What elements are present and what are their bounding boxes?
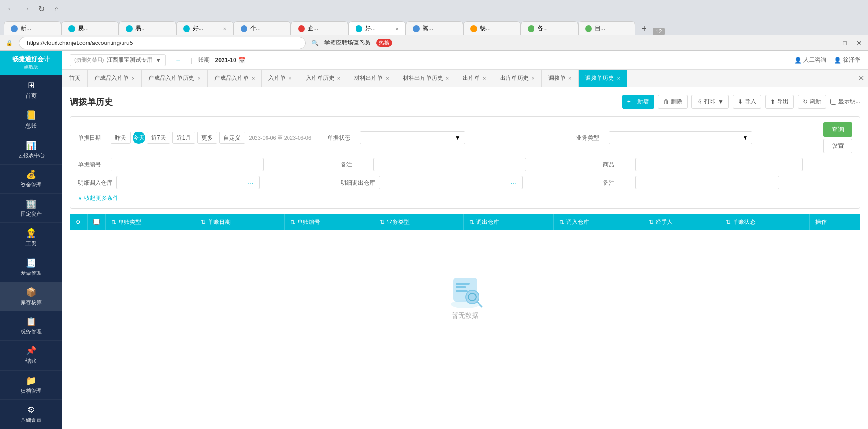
refresh-button[interactable]: ↻ 刷新: [798, 95, 826, 109]
forward-button[interactable]: →: [19, 2, 33, 15]
page-tab-product-in2[interactable]: 产成品入库单 ×: [208, 70, 262, 87]
browser-tab-10[interactable]: 各...: [521, 21, 578, 35]
delete-button[interactable]: 🗑 删除: [658, 95, 688, 109]
new-button[interactable]: + + 新增: [622, 95, 654, 109]
browser-tab-3[interactable]: 易...: [119, 21, 176, 35]
docno-input[interactable]: [111, 158, 264, 171]
sidebar-item-reports[interactable]: 📊 云报表中心: [0, 135, 62, 165]
page-tab-stock-in[interactable]: 入库单 ×: [262, 70, 299, 87]
custom-btn[interactable]: 自定义: [219, 132, 245, 144]
browser-tab-6[interactable]: 企...: [291, 21, 348, 35]
remark-input[interactable]: [373, 158, 526, 171]
th-date[interactable]: ⇅ 单账日期: [195, 214, 284, 230]
th-gear[interactable]: ⚙: [70, 214, 87, 230]
th-type[interactable]: ⇅ 单账类型: [105, 214, 195, 230]
company-selector[interactable]: (勿删勿禁用) 江西服宝测试专用 ▼: [70, 54, 166, 66]
address-input[interactable]: [19, 37, 306, 49]
page-tab-material-out[interactable]: 材料出库单 ×: [347, 70, 396, 87]
query-button[interactable]: 查询: [823, 122, 852, 137]
close-tab-4[interactable]: ×: [223, 26, 226, 32]
browser-tab-11[interactable]: 目...: [578, 21, 635, 35]
close-product-in2-tab[interactable]: ×: [252, 76, 255, 81]
page-tab-product-in[interactable]: 产成品入库单 ×: [88, 70, 142, 87]
browser-tab-9[interactable]: 畅...: [463, 21, 521, 35]
sidebar-item-ledger[interactable]: 📒 总账: [0, 105, 62, 135]
select-all-checkbox[interactable]: [93, 219, 100, 225]
browser-tab-7[interactable]: 好... ×: [348, 21, 406, 35]
note-input[interactable]: [635, 176, 779, 189]
close-product-in-tab[interactable]: ×: [132, 76, 134, 81]
sidebar-item-inventory[interactable]: 📦 库存核算: [0, 282, 62, 311]
th-checkbox[interactable]: [87, 214, 105, 230]
detail-out-ellipsis-icon[interactable]: ···: [509, 179, 518, 187]
sidebar-item-finance[interactable]: 💰 资金管理: [0, 165, 62, 194]
close-stock-in-tab[interactable]: ×: [289, 76, 291, 81]
sidebar-item-close-accounts[interactable]: 📌 结账: [0, 341, 62, 371]
import-button[interactable]: ⬇ 导入: [733, 95, 761, 109]
sidebar-item-tax[interactable]: 📋 税务管理: [0, 311, 62, 341]
page-tab-stock-in-history[interactable]: 入库单历史 ×: [299, 70, 347, 87]
th-out-warehouse[interactable]: ⇅ 调出仓库: [464, 214, 553, 230]
detail-out-select[interactable]: ···: [379, 176, 523, 189]
maximize-icon[interactable]: □: [843, 39, 847, 47]
home-button[interactable]: ⌂: [50, 2, 63, 15]
more-btn[interactable]: 更多: [197, 132, 217, 144]
print-button[interactable]: 🖨 打印 ▼: [691, 95, 729, 109]
export-button[interactable]: ⬆ 导出: [765, 95, 794, 109]
close-tab-7[interactable]: ×: [396, 26, 399, 32]
close-out-tab[interactable]: ×: [483, 76, 486, 81]
today-btn[interactable]: 今天: [133, 132, 145, 144]
goods-ellipsis-icon[interactable]: ···: [790, 161, 799, 168]
goods-select[interactable]: ···: [635, 158, 803, 171]
browser-tab-1[interactable]: 新...: [4, 21, 61, 35]
close-out-history-tab[interactable]: ×: [532, 76, 534, 81]
close-product-in-history-tab[interactable]: ×: [197, 76, 200, 81]
close-transfer-history-tab[interactable]: ×: [617, 76, 620, 81]
type-select[interactable]: ▼: [609, 131, 752, 144]
back-button[interactable]: ←: [4, 2, 17, 15]
page-tab-transfer[interactable]: 调拨单 ×: [542, 70, 579, 87]
new-tab-button[interactable]: +: [637, 22, 651, 35]
add-company-button[interactable]: +: [171, 54, 185, 67]
th-handler[interactable]: ⇅ 经手人: [643, 214, 720, 230]
browser-tab-8[interactable]: 腾...: [406, 21, 463, 35]
page-tab-out[interactable]: 出库单 ×: [456, 70, 493, 87]
browser-tab-4[interactable]: 好... ×: [176, 21, 234, 35]
setting-button[interactable]: 设置: [823, 139, 852, 153]
page-tab-product-in-history[interactable]: 产成品入库单历史 ×: [142, 70, 207, 87]
browser-tab-2[interactable]: 易...: [61, 21, 119, 35]
sidebar-item-assets[interactable]: 🏢 固定资产: [0, 194, 62, 223]
sidebar-item-home[interactable]: ⊞ 首页: [0, 75, 62, 105]
sidebar-item-archive[interactable]: 📁 归档管理: [0, 371, 62, 400]
detail-in-select[interactable]: ···: [116, 176, 260, 189]
status-select[interactable]: ▼: [360, 131, 465, 144]
page-tab-transfer-history[interactable]: 调拨单历史 ×: [579, 70, 627, 87]
reload-button[interactable]: ↻: [34, 2, 48, 15]
th-in-warehouse[interactable]: ⇅ 调入仓库: [553, 214, 643, 230]
close-material-out-history-tab[interactable]: ×: [446, 76, 449, 81]
sidebar-item-invoice[interactable]: 🧾 发票管理: [0, 253, 62, 282]
page-tab-home[interactable]: 首页: [62, 70, 88, 87]
page-tab-out-history[interactable]: 出库单历史 ×: [493, 70, 542, 87]
close-transfer-tab[interactable]: ×: [568, 76, 571, 81]
page-tab-material-out-history[interactable]: 材料出库单历史 ×: [396, 70, 456, 87]
browser-tab-5[interactable]: 个...: [234, 21, 291, 35]
1month-btn[interactable]: 近1月: [172, 132, 196, 144]
period-selector[interactable]: 2021-10 📅: [215, 57, 245, 64]
close-window-icon[interactable]: ✕: [857, 39, 862, 47]
close-material-out-tab[interactable]: ×: [386, 76, 389, 81]
th-no[interactable]: ⇅ 单账编号: [284, 214, 374, 230]
close-all-tabs-icon[interactable]: ✕: [858, 74, 864, 83]
th-status[interactable]: ⇅ 单账状态: [720, 214, 810, 230]
th-biz-type[interactable]: ⇅ 业务类型: [374, 214, 464, 230]
sidebar-item-settings[interactable]: ⚙ 基础设置: [0, 400, 62, 429]
user-avatar[interactable]: 👤 徐泽华: [834, 56, 860, 64]
yesterday-btn[interactable]: 昨天: [111, 132, 131, 144]
close-stock-in-history-tab[interactable]: ×: [337, 76, 340, 81]
show-all-checkbox[interactable]: [830, 99, 836, 105]
sidebar-logo[interactable]: 畅捷通好会计 旗舰版: [0, 51, 62, 75]
7days-btn[interactable]: 近7天: [147, 132, 170, 144]
service-button[interactable]: 👤 人工咨询: [794, 56, 826, 64]
collapse-button[interactable]: ∧ 收起更多条件: [78, 194, 852, 202]
detail-in-ellipsis-icon[interactable]: ···: [246, 179, 256, 187]
